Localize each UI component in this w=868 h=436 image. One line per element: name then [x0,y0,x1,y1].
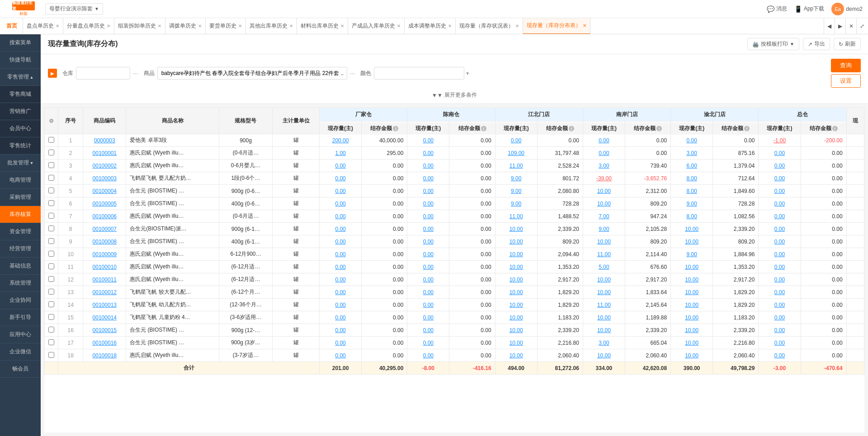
tab-ccprkdlh[interactable]: 产成品入库单历史 ✕ [348,18,405,34]
tab-close-icon[interactable]: ✕ [340,23,344,28]
tab-close-icon[interactable]: ✕ [448,23,452,28]
cell-na-qty[interactable]: 7.00 [583,210,625,223]
tab-close-icon[interactable]: ✕ [397,23,401,28]
cell-value[interactable]: 0.00 [774,201,785,207]
cell-factory-qty[interactable]: 0.00 [320,159,362,172]
cell-cn-qty[interactable]: 0.00 [407,261,449,273]
cell-value[interactable]: 8.00 [687,175,697,182]
cell-tot-qty[interactable]: 0.00 [759,185,801,197]
cell-code[interactable]: 00100006 [83,210,126,223]
user-avatar[interactable]: 按模板打印Ea demo2 [831,3,863,15]
cell-checkbox[interactable] [45,349,58,362]
cell-value[interactable]: 0.00 [511,137,521,144]
company-dropdown[interactable]: 母婴行业演示陈套 ▼ [45,3,103,14]
cell-value[interactable]: 0.00 [774,302,785,308]
cell-value[interactable]: 0.00 [774,175,785,182]
cell-code[interactable]: 00100008 [83,235,126,248]
cell-na-qty[interactable]: -39.00 [583,172,625,185]
tab-close-icon[interactable]: ✕ [158,23,161,28]
sidebar-item-marketing[interactable]: 营销推广 [0,103,41,120]
cell-value[interactable]: 0.00 [423,239,434,245]
cell-code[interactable]: 00100004 [83,185,126,197]
refresh-btn[interactable]: ↻ 刷新 [834,38,861,50]
cell-value[interactable]: 11.00 [597,302,611,308]
cell-value[interactable]: 1.00 [335,150,345,156]
cell-tot-qty[interactable]: 0.00 [759,273,801,286]
cell-factory-qty[interactable]: 0.00 [320,248,362,261]
cell-value[interactable]: -1.00 [774,137,786,144]
cell-value[interactable]: 10.00 [685,264,698,270]
cell-factory-qty[interactable]: 0.00 [320,185,362,197]
cell-yb-qty[interactable]: 0.00 [671,134,713,147]
cell-jb-qty[interactable]: 10.00 [495,248,537,261]
cell-checkbox[interactable] [45,147,58,159]
cell-value[interactable]: 0.00 [423,226,434,232]
cell-factory-qty[interactable]: 0.00 [320,172,362,185]
cell-value[interactable]: 0.00 [335,251,345,258]
cell-jb-qty[interactable]: 10.00 [495,311,537,324]
cell-checkbox[interactable] [45,185,58,197]
cell-value[interactable]: 10.00 [685,340,698,346]
cell-yb-qty[interactable]: 6.00 [671,159,713,172]
cell-value[interactable]: 0.00 [423,137,434,144]
cell-tot-qty[interactable]: 0.00 [759,311,801,324]
cell-value[interactable]: 0.00 [335,226,345,232]
cell-yb-qty[interactable]: 9.00 [671,248,713,261]
sidebar-item-ecommerce[interactable]: 电商管理 [0,172,41,189]
tab-qtcklh[interactable]: 其他出库单历史 ✕ [246,18,297,34]
cell-yb-qty[interactable]: 10.00 [671,235,713,248]
cell-tot-qty[interactable]: 0.00 [759,235,801,248]
cell-value[interactable]: 0.00 [774,150,785,156]
cell-value[interactable]: 0.00 [774,289,785,295]
message-btn[interactable]: 💬 消息 [767,5,787,13]
cell-value[interactable]: 0.00 [335,314,345,321]
cell-checkbox[interactable] [45,235,58,248]
cell-na-qty[interactable]: 3.00 [583,337,625,349]
cell-tot-qty[interactable]: 0.00 [759,337,801,349]
tab-prev-btn[interactable]: ◀ [824,18,835,34]
cell-checkbox[interactable] [45,134,58,147]
cell-cn-qty[interactable]: 0.00 [407,185,449,197]
print-btn[interactable]: 🖨️ 按模板打印 ▼ [747,38,799,50]
cell-jb-qty[interactable]: 9.00 [495,185,537,197]
cell-tot-qty[interactable]: 0.00 [759,248,801,261]
cell-na-qty[interactable]: 9.00 [583,223,625,235]
cell-factory-qty[interactable]: 0.00 [320,349,362,362]
cell-value[interactable]: 10.00 [685,327,698,333]
cell-code[interactable]: 00100013 [83,299,126,311]
cell-cn-qty[interactable]: 0.00 [407,235,449,248]
cell-value[interactable]: 10.00 [685,302,698,308]
cell-cn-qty[interactable]: 0.00 [407,349,449,362]
cell-cn-qty[interactable]: 0.00 [407,286,449,299]
cell-na-qty[interactable]: 10.00 [583,324,625,337]
cell-yb-qty[interactable]: 10.00 [671,273,713,286]
goods-input[interactable] [157,67,347,80]
cell-factory-qty[interactable]: 200.00 [320,134,362,147]
cell-value[interactable]: 10.00 [685,289,698,295]
cell-factory-qty[interactable]: 0.00 [320,273,362,286]
cell-value[interactable]: 10.00 [597,239,611,245]
cell-value[interactable]: 0.00 [423,289,434,295]
cell-yb-qty[interactable]: 8.00 [671,172,713,185]
tab-close-icon[interactable]: ✕ [238,23,242,28]
cell-factory-qty[interactable]: 0.00 [320,223,362,235]
cell-value[interactable]: 10.00 [597,327,611,333]
cell-jb-qty[interactable]: 11.00 [495,210,537,223]
cell-value[interactable]: 109.00 [508,150,524,156]
cell-jb-qty[interactable]: 10.00 [495,324,537,337]
cell-factory-qty[interactable]: 0.00 [320,299,362,311]
cell-code[interactable]: 00100010 [83,261,126,273]
cell-tot-qty[interactable]: 0.00 [759,210,801,223]
cell-checkbox[interactable] [45,172,58,185]
goods-more-btn[interactable]: ··· [350,70,355,77]
cell-value[interactable]: -39.00 [596,175,612,182]
cell-value[interactable]: 9.00 [599,226,609,232]
cell-value[interactable]: 0.00 [335,302,345,308]
cell-value[interactable]: 0.00 [423,188,434,194]
expand-search-btn[interactable]: ▶ [48,69,57,78]
cell-value[interactable]: 3.00 [599,163,609,169]
sidebar-item-members[interactable]: 会员中心 [0,120,41,137]
cell-na-qty[interactable]: 10.00 [583,349,625,362]
tab-close-icon[interactable]: ✕ [198,23,202,28]
sidebar-item-appcenter[interactable]: 应用中心 [0,326,41,343]
